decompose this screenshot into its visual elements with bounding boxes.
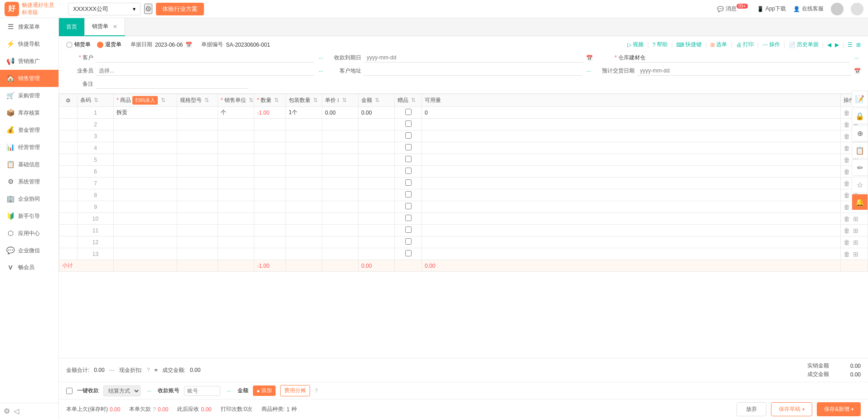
row-unit-4[interactable] — [218, 154, 254, 166]
row-price-3[interactable] — [322, 142, 359, 154]
sidebar-item-sales[interactable]: 🏠 销售管理 — [0, 70, 58, 87]
row-gift-9[interactable] — [395, 213, 422, 225]
sidebar-item-app-center[interactable]: ⬡ 应用中心 — [0, 225, 58, 242]
row-pkg-qty-1[interactable] — [286, 119, 322, 130]
doc-debt-q-icon[interactable]: ? — [153, 406, 156, 413]
fenyong-btn[interactable]: 费用分摊 — [280, 385, 310, 396]
save-draft-btn[interactable]: 保存草稿 ▾ — [771, 402, 812, 416]
row-qty-9[interactable] — [254, 213, 286, 225]
row-delete-icon-6[interactable]: 🗑 — [844, 180, 850, 187]
row-spec-4[interactable] — [177, 154, 218, 166]
row-unit-2[interactable] — [218, 130, 254, 142]
customer-addr-input[interactable] — [364, 66, 582, 76]
row-unit-10[interactable] — [218, 225, 254, 236]
shortcut-link[interactable]: ⌨ 快捷键 — [676, 41, 702, 48]
row-spec-9[interactable] — [177, 213, 218, 225]
messages-button[interactable]: 💬 消息 99+ — [717, 5, 750, 13]
row-gift-12[interactable] — [395, 248, 422, 260]
sales-radio[interactable]: 销货单 — [66, 41, 91, 48]
row-unit-0[interactable]: 个 — [218, 107, 254, 119]
warehouse-input[interactable] — [632, 53, 850, 63]
sort-price-icon[interactable]: ⇅ — [342, 97, 347, 103]
sort-barcode-icon[interactable]: ⇅ — [94, 97, 98, 103]
rf-clipboard-btn[interactable]: 📋 — [852, 142, 868, 159]
return-radio[interactable]: 退货单 — [97, 41, 121, 48]
row-qty-12[interactable] — [254, 248, 286, 260]
row-amount-5[interactable] — [359, 166, 395, 178]
row-product-1[interactable] — [114, 119, 177, 130]
row-spec-5[interactable] — [177, 166, 218, 178]
list-view-button[interactable]: ☰ — [848, 42, 853, 48]
choose-order-link[interactable]: ⊞ 选单 — [710, 41, 727, 48]
expected-date-calendar-icon[interactable]: 📅 — [854, 68, 861, 74]
sidebar-item-finance[interactable]: 💰 资金管理 — [0, 121, 58, 139]
row-product-8[interactable] — [114, 201, 177, 213]
row-price-5[interactable] — [322, 166, 359, 178]
row-pkg-qty-10[interactable] — [286, 225, 322, 236]
row-product-3[interactable] — [114, 142, 177, 154]
row-gift-5[interactable] — [395, 166, 422, 178]
row-amount-6[interactable] — [359, 178, 395, 189]
row-delete-icon-5[interactable]: 🗑 — [844, 168, 850, 175]
warehouse-more-btn[interactable]: ··· — [853, 55, 861, 61]
sort-gift-icon[interactable]: ⇅ — [411, 97, 416, 103]
row-product-6[interactable] — [114, 178, 177, 189]
row-spec-3[interactable] — [177, 142, 218, 154]
row-pkg-qty-12[interactable] — [286, 248, 322, 260]
row-delete-icon-4[interactable]: 🗑 — [844, 156, 850, 164]
row-price-8[interactable] — [322, 201, 359, 213]
online-service-button[interactable]: 👤 在线客服 — [793, 5, 824, 13]
rf-star-btn[interactable]: ☆ — [852, 177, 868, 193]
row-qty-0[interactable]: -1.00 — [254, 107, 286, 119]
row-pkg-qty-6[interactable] — [286, 178, 322, 189]
sidebar-item-base-info[interactable]: 📋 基础信息 — [0, 156, 58, 173]
row-gift-1[interactable] — [395, 119, 422, 130]
docno-value[interactable]: SA-20230606-001 — [226, 42, 270, 48]
customer-addr-more-btn[interactable]: ··· — [585, 68, 593, 74]
row-delete-icon-7[interactable]: 🗑 — [844, 192, 850, 199]
sidebar-item-inventory[interactable]: 📦 库存核算 — [0, 104, 58, 121]
row-delete-icon-8[interactable]: 🗑 — [844, 203, 850, 211]
row-spec-10[interactable] — [177, 225, 218, 236]
sidebar-item-operations[interactable]: 📊 经营管理 — [0, 139, 58, 156]
row-copy-icon-11[interactable]: ⊞ — [853, 239, 858, 246]
salesperson-more-btn[interactable]: ··· — [317, 68, 325, 74]
row-price-9[interactable] — [322, 213, 359, 225]
row-delete-icon-11[interactable]: 🗑 — [844, 239, 850, 246]
row-amount-1[interactable] — [359, 119, 395, 130]
company-selector[interactable]: XXXXXX公司 ▾ — [68, 3, 141, 15]
row-spec-0[interactable] — [177, 107, 218, 119]
sidebar-item-purchase[interactable]: 🛒 采购管理 — [0, 87, 58, 104]
customer-input[interactable] — [96, 53, 314, 63]
sidebar-item-quick-nav[interactable]: ⚡ 快捷导航 — [0, 35, 58, 53]
row-delete-icon-0[interactable]: 🗑 — [844, 109, 850, 116]
row-price-7[interactable] — [322, 189, 359, 201]
sort-unit-icon[interactable]: ⇅ — [249, 97, 253, 103]
row-amount-10[interactable] — [359, 225, 395, 236]
row-delete-icon-9[interactable]: 🗑 — [844, 215, 850, 222]
app-download-button[interactable]: 📱 App下载 — [757, 5, 786, 13]
tab-home[interactable]: 首页 — [59, 18, 85, 36]
row-amount-8[interactable] — [359, 201, 395, 213]
rf-edit-btn[interactable]: ✏ — [852, 159, 868, 176]
row-spec-2[interactable] — [177, 130, 218, 142]
row-gift-3[interactable] — [395, 142, 422, 154]
row-pkg-qty-7[interactable] — [286, 189, 322, 201]
rf-note-btn[interactable]: 📝 — [852, 91, 868, 107]
row-amount-9[interactable] — [359, 213, 395, 225]
sort-amount-icon[interactable]: ⇅ — [375, 97, 379, 103]
date-calendar-icon[interactable]: 📅 — [185, 42, 192, 48]
print-link[interactable]: 🖨 打印 — [736, 41, 754, 48]
sidebar-item-marketing[interactable]: 📢 营销推广 — [0, 53, 58, 70]
price-info-icon[interactable]: ℹ — [337, 97, 339, 103]
sidebar-collapse-icon[interactable]: ◁ — [14, 407, 19, 415]
rf-lock-btn[interactable]: 🔒 — [852, 108, 868, 124]
row-pkg-qty-5[interactable] — [286, 166, 322, 178]
row-gift-7[interactable] — [395, 189, 422, 201]
scan-input-btn[interactable]: 扫码录入 — [132, 96, 158, 105]
row-qty-5[interactable] — [254, 166, 286, 178]
row-delete-icon-1[interactable]: 🗑 — [844, 121, 850, 128]
row-product-4[interactable] — [114, 154, 177, 166]
remarks-input[interactable] — [96, 79, 247, 89]
top-settings-button[interactable]: ⚙ — [144, 4, 152, 14]
